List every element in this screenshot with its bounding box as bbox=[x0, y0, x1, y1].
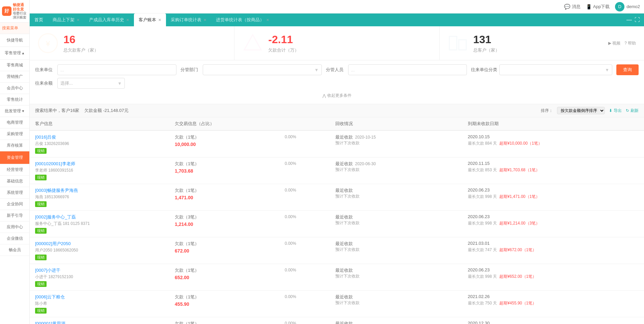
filter-dept: 分管部门 ▼ bbox=[180, 64, 322, 75]
tab-expand-icon[interactable]: ⛶ bbox=[635, 17, 640, 23]
message-button[interactable]: 💬 消息 bbox=[564, 4, 581, 10]
chevron-down-icon: ▲ bbox=[22, 51, 25, 55]
sidebar-item-member-center[interactable]: 会员中心 bbox=[0, 83, 29, 94]
overdue-link-6[interactable]: 超期¥455.90（1笔） bbox=[499, 301, 536, 305]
customer-name-7[interactable]: [000001]黄思源 bbox=[35, 321, 164, 324]
overdue-link-4[interactable]: 超期¥672.00（1笔） bbox=[499, 247, 536, 252]
cell-debt-count-4: 欠款（1笔） 672.00 bbox=[169, 237, 277, 264]
tabs-actions: — ⛶ bbox=[626, 17, 644, 23]
stats-row: ¥ 16 总欠款客户（家） -2.11 欠款合计（万） bbox=[30, 26, 644, 60]
table-header: 客户信息 欠交易信息（占比） 回收情况 到期未收款日期 bbox=[30, 117, 644, 130]
customer-phone-0: 吕俊 13026203696 bbox=[35, 141, 164, 147]
refresh-button[interactable]: ↻ 刷新 bbox=[626, 108, 639, 114]
sidebar-item-finance[interactable]: 资金管理 bbox=[0, 151, 29, 164]
overdue-link-1[interactable]: 超期¥1,703.68（1笔） bbox=[499, 168, 540, 172]
refresh-icon: ↻ bbox=[626, 108, 629, 113]
table-row: [0007]小进干 小进干 18279152100 现销 欠款（1笔） 652.… bbox=[30, 264, 644, 291]
sidebar-item-ecommerce[interactable]: 电商管理 bbox=[0, 117, 29, 128]
from-unit-input[interactable]: ... bbox=[57, 64, 176, 75]
sidebar-item-operations[interactable]: 经营管理 bbox=[0, 164, 29, 176]
chevron-down-icon: ▼ bbox=[605, 67, 609, 72]
avatar: D bbox=[615, 2, 624, 11]
tab-close-icon[interactable]: ✕ bbox=[266, 18, 269, 22]
filter-area: 往来单位 ... 分管部门 ▼ 分管人员 ... bbox=[30, 60, 644, 104]
app-download-button[interactable]: 📱 App下载 bbox=[586, 4, 610, 10]
tab-product-offshelf[interactable]: 商品上下架 ✕ bbox=[48, 13, 84, 26]
table-row: [0001020001]李老师 李老师 18600391516 现销 欠款（1笔… bbox=[30, 157, 644, 184]
sidebar-item-retail-mgmt[interactable]: 零售管理 ▲ bbox=[0, 47, 29, 60]
sidebar-item-retail-stats[interactable]: 零售统计 bbox=[0, 94, 29, 106]
sidebar-item-enterprise-wechat[interactable]: 企业微信 bbox=[0, 233, 29, 244]
cell-debt-percent-1: 0.00% bbox=[277, 157, 330, 184]
overdue-link-3[interactable]: 超期¥1,214.00（3笔） bbox=[499, 221, 540, 226]
customer-name-2[interactable]: [0003]畅捷服务尹海燕 bbox=[35, 187, 164, 194]
sidebar-item-basic-info[interactable]: 基础信息 bbox=[0, 176, 29, 187]
sidebar-item-inventory[interactable]: 库存核算 bbox=[0, 140, 29, 151]
sort-select[interactable]: 按欠款金额倒序排序 bbox=[557, 107, 605, 114]
tab-customer-account[interactable]: 客户账本 ✕ bbox=[134, 13, 166, 26]
user-avatar[interactable]: D demo2 bbox=[615, 2, 640, 11]
debt-amount-6: 455.90 bbox=[175, 301, 189, 307]
results-actions: 排序： 按欠款金额倒序排序 ⬇ 导出 ↻ 刷新 bbox=[541, 107, 639, 114]
top-bar-right: 💬 消息 📱 App下载 D demo2 bbox=[564, 2, 640, 11]
cell-debt-percent-4: 0.00% bbox=[277, 237, 330, 264]
unit-category-input[interactable]: ▼ bbox=[499, 64, 612, 75]
tab-close-icon[interactable]: ✕ bbox=[203, 18, 206, 22]
overdue-customers-label: 总欠款客户（家） bbox=[63, 47, 99, 53]
dept-input[interactable]: ▼ bbox=[203, 64, 322, 75]
sidebar-item-marketing[interactable]: 营销推广 bbox=[0, 71, 29, 83]
sidebar-item-retail-store[interactable]: 零售商城 bbox=[0, 60, 29, 71]
tab-collapse-icon[interactable]: — bbox=[626, 17, 632, 23]
customer-name-5[interactable]: [0007]小进干 bbox=[35, 267, 164, 273]
sidebar-item-app-center[interactable]: 应用中心 bbox=[0, 222, 29, 233]
tab-close-icon[interactable]: ✕ bbox=[126, 18, 129, 22]
overdue-link-5[interactable]: 超期¥652.00（1笔） bbox=[499, 274, 536, 279]
overdue-link-2[interactable]: 超期¥1,471.00（1笔） bbox=[499, 194, 540, 199]
sidebar-item-purchase-mgmt[interactable]: 采购管理 bbox=[0, 128, 29, 140]
cell-collection-2: 最近收款 预计下次收款 bbox=[330, 184, 439, 211]
tab-product-inbound[interactable]: 产成品入库单历史 ✕ bbox=[84, 13, 134, 26]
cell-collection-7: 最近收款 预计下次收款 bbox=[330, 317, 439, 324]
sidebar-item-vip-member[interactable]: 畅会员 bbox=[0, 244, 29, 256]
help-btn[interactable]: ? 帮助 bbox=[624, 40, 636, 46]
phone-icon: 📱 bbox=[586, 4, 592, 9]
view-video-btn[interactable]: ▶ 视频 bbox=[608, 40, 620, 46]
sidebar-item-system-mgmt[interactable]: 系统管理 bbox=[0, 187, 29, 199]
customer-name-6[interactable]: [0006]云下粮仓 bbox=[35, 294, 164, 300]
customer-tag-5: 现销 bbox=[35, 281, 47, 287]
overdue-customers-value: 16 bbox=[63, 33, 99, 46]
customer-tag-6: 现销 bbox=[35, 308, 47, 314]
sidebar-item-quick-nav[interactable]: 快捷导航 bbox=[0, 34, 29, 47]
debt-amount-4: 672.00 bbox=[175, 248, 189, 254]
sidebar-item-batch-mgmt[interactable]: 批发管理 ▼ bbox=[0, 106, 29, 117]
export-icon: ⬇ bbox=[609, 108, 612, 113]
debt-amount-2: 1,471.00 bbox=[175, 195, 193, 200]
tab-close-icon[interactable]: ✕ bbox=[77, 18, 80, 22]
tab-close-icon[interactable]: ✕ bbox=[158, 18, 161, 22]
export-button[interactable]: ⬇ 导出 bbox=[609, 108, 622, 114]
debt-amount-3: 1,214.00 bbox=[175, 222, 193, 227]
col-due-date: 到期未收款日期 bbox=[463, 117, 644, 130]
overdue-link-0[interactable]: 超期¥10,000.00（1笔） bbox=[499, 141, 542, 146]
customer-name-0[interactable]: [0016]吕俊 bbox=[35, 134, 164, 140]
person-input[interactable]: ... bbox=[348, 64, 467, 75]
customer-name-4[interactable]: [000002]用户2050 bbox=[35, 241, 164, 247]
table-row: [000002]用户2050 用户2050 18665062050 现销 欠款（… bbox=[30, 237, 644, 264]
balance-label: 往来余额 bbox=[35, 80, 55, 86]
tab-purchase-order[interactable]: 采购订单统计表 ✕ bbox=[166, 13, 211, 26]
chevron-down-icon: ▼ bbox=[117, 81, 122, 86]
sidebar-search-menu[interactable]: 搜索菜单 bbox=[0, 23, 29, 34]
sidebar-item-enterprise-collab[interactable]: 企业协同 bbox=[0, 199, 29, 210]
col-debt-info: 欠交易信息（占比） bbox=[169, 117, 277, 130]
sidebar-item-new-guide[interactable]: 新手引导 bbox=[0, 210, 29, 222]
tab-home[interactable]: 首页 bbox=[30, 13, 48, 26]
chevron-down-icon: ▼ bbox=[314, 67, 319, 72]
customer-name-3[interactable]: [0002]服务中心_丁磊 bbox=[35, 214, 164, 220]
collapse-filter-btn[interactable]: ⋀ 收起更多条件 bbox=[35, 91, 639, 100]
customer-name-1[interactable]: [0001020001]李老师 bbox=[35, 161, 164, 167]
tab-inbound-stats[interactable]: 进货单统计表（按商品） ✕ bbox=[211, 13, 274, 26]
stat-right-actions: ▶ 视频 ? 帮助 bbox=[608, 40, 636, 46]
query-button[interactable]: 查询 bbox=[616, 64, 639, 75]
filter-from-unit: 往来单位 ... bbox=[35, 64, 176, 75]
balance-input[interactable]: 选择... ▼ bbox=[57, 78, 125, 89]
